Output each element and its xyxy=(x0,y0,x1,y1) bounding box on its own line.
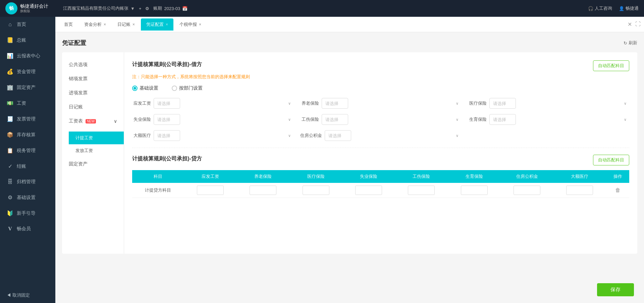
input-credit-shengyu[interactable] xyxy=(461,186,488,195)
radio-dept[interactable]: 按部门设置 xyxy=(172,85,203,91)
inventory-icon: 📦 xyxy=(7,132,13,138)
company-selector[interactable]: 江西服宝精品有限责任公司内账张 ▼ xyxy=(63,5,135,11)
th-subject: 科目 xyxy=(132,170,184,183)
tab-bar: 首页 资金分析 × 日记账 × 凭证配置 × 个税申报 × ✕ ⛶ xyxy=(55,17,644,32)
left-nav-calc-salary[interactable]: 计提工资 xyxy=(69,132,124,144)
sidebar-item-archive[interactable]: 🗄 归档管理 xyxy=(0,174,55,190)
app-sub: 旗舰版 xyxy=(20,9,48,13)
left-nav-journal[interactable]: 日记账 xyxy=(62,100,124,114)
content-area: 首页 资金分析 × 日记账 × 凭证配置 × 个税申报 × ✕ ⛶ xyxy=(55,17,644,303)
sidebar-item-label: 总账 xyxy=(17,37,26,43)
sidebar-item-reports[interactable]: 📊 云报表中心 xyxy=(0,48,55,64)
sidebar-item-fund[interactable]: 💰 资金管理 xyxy=(0,64,55,80)
fund-icon: 💰 xyxy=(7,68,13,75)
tab-voucher[interactable]: 凭证配置 × xyxy=(141,18,173,31)
left-nav-salary-table[interactable]: 工资表 NEW ∨ xyxy=(62,114,124,128)
input-credit-gjj[interactable] xyxy=(514,186,540,195)
field-shiye: 失业保险 请选择 xyxy=(132,114,293,125)
save-button[interactable]: 保存 xyxy=(597,283,634,296)
select-gjj[interactable]: 请选择 xyxy=(325,130,351,141)
sidebar-item-tax[interactable]: 📋 税务管理 xyxy=(0,143,55,158)
section2-title: 计提核算规则(公司承担)-贷方 xyxy=(132,155,202,162)
input-credit-yingfa[interactable] xyxy=(197,186,224,195)
select-shengyu[interactable]: 请选择 xyxy=(489,114,516,125)
field-yingfa-label: 应发工资 xyxy=(132,100,151,106)
sidebar-item-label: 资金管理 xyxy=(17,69,36,75)
sidebar-item-label: 工资 xyxy=(17,100,26,106)
select-yanglao[interactable]: 请选择 xyxy=(322,98,348,109)
refresh-label: 刷新 xyxy=(629,40,637,46)
tab-fund-label: 资金分析 xyxy=(84,21,102,28)
th-shengyu: 生育保险 xyxy=(448,170,500,183)
select-gongshang[interactable]: 请选择 xyxy=(322,114,348,125)
collapse-sidebar-button[interactable]: ◀ 取消固定 xyxy=(0,288,55,303)
add-button[interactable]: + xyxy=(139,6,142,11)
input-credit-yiliao[interactable] xyxy=(303,186,329,195)
th-daeyiliao: 大额医疗 xyxy=(553,170,606,183)
td-daeyiliao xyxy=(553,183,606,198)
add-icon: + xyxy=(139,6,142,11)
radio-basic[interactable]: 基础设置 xyxy=(132,85,158,91)
sidebar-item-home[interactable]: ⌂ 首页 xyxy=(0,17,55,32)
sidebar-item-checkout[interactable]: ✓ 结账 xyxy=(0,158,55,174)
sidebar-item-salary[interactable]: 💵 工资 xyxy=(0,95,55,111)
settings-button[interactable]: ⚙ xyxy=(145,6,149,11)
tab-home[interactable]: 首页 xyxy=(59,18,78,31)
archive-icon: 🗄 xyxy=(7,179,13,185)
sidebar-item-ledger[interactable]: 📒 总账 xyxy=(0,32,55,48)
delete-row-button[interactable]: 🗑 xyxy=(615,187,621,193)
tab-journal-close[interactable]: × xyxy=(132,22,135,27)
user-button[interactable]: 👤 畅捷通 xyxy=(619,5,639,11)
tax-icon: 📋 xyxy=(7,147,13,154)
section2: 计提核算规则(公司承担)-贷方 自动匹配科目 科目 应发工资 养老保险 医疗保险 xyxy=(132,155,629,198)
sidebar-item-settings[interactable]: ⚙ 基础设置 xyxy=(0,190,55,205)
support-button[interactable]: 🎧 人工咨询 xyxy=(588,5,612,11)
page-content: 凭证配置 ↻ 刷新 公共选项 销项发票 进项发票 xyxy=(55,32,644,303)
select-yingfa[interactable]: 请选择 xyxy=(154,98,180,109)
left-nav-purchase[interactable]: 进项发票 xyxy=(62,86,124,100)
auto-match-button-2[interactable]: 自动匹配科目 xyxy=(593,155,629,165)
top-bar: 畅 畅捷通好会计 旗舰版 江西服宝精品有限责任公司内账张 ▼ + ⚙ 账期 20… xyxy=(0,0,644,17)
tab-fund-close[interactable]: × xyxy=(104,22,106,27)
tab-tax[interactable]: 个税申报 × xyxy=(174,18,207,31)
input-credit-shiye[interactable] xyxy=(355,186,382,195)
tab-voucher-close[interactable]: × xyxy=(166,22,168,27)
field-shengyu-label: 生育保险 xyxy=(468,116,487,122)
left-nav-fixed-assets[interactable]: 固定资产 xyxy=(62,157,124,171)
field-yingfa: 应发工资 请选择 xyxy=(132,98,293,109)
select-shiye[interactable]: 请选择 xyxy=(154,114,180,125)
invoice-icon: 🧾 xyxy=(7,116,13,122)
left-nav-pay-salary[interactable]: 发放工资 xyxy=(69,144,124,157)
sidebar-item-assets[interactable]: 🏢 固定资产 xyxy=(0,80,55,95)
period-value: 2023-03 xyxy=(164,6,180,11)
left-nav-sales[interactable]: 销项发票 xyxy=(62,72,124,86)
input-credit-daeyiliao[interactable] xyxy=(566,186,593,195)
member-icon: V xyxy=(7,226,13,232)
left-nav-public[interactable]: 公共选项 xyxy=(62,58,124,72)
checkout-icon: ✓ xyxy=(7,163,13,169)
auto-match-button-1[interactable]: 自动匹配科目 xyxy=(593,60,629,71)
support-label: 人工咨询 xyxy=(595,5,612,11)
tab-voucher-label: 凭证配置 xyxy=(146,21,164,28)
input-credit-yanglao[interactable] xyxy=(250,186,276,195)
sidebar: ⌂ 首页 📒 总账 📊 云报表中心 💰 资金管理 🏢 固定资产 💵 工资 🧾 发… xyxy=(0,17,55,303)
expand-tab-icon[interactable]: ⛶ xyxy=(635,21,641,28)
sidebar-item-guide[interactable]: 🔰 新手引导 xyxy=(0,205,55,221)
calendar-icon[interactable]: 📅 xyxy=(182,6,187,11)
select-daeyiliao[interactable]: 请选择 xyxy=(154,130,180,141)
td-yingfa xyxy=(184,183,236,198)
tab-tax-close[interactable]: × xyxy=(199,22,201,27)
sidebar-item-member[interactable]: V 畅会员 xyxy=(0,221,55,237)
salary-icon: 💵 xyxy=(7,100,13,106)
tab-fund[interactable]: 资金分析 × xyxy=(79,18,111,31)
tab-journal[interactable]: 日记账 × xyxy=(112,18,140,31)
ledger-icon: 📒 xyxy=(7,37,13,43)
refresh-button[interactable]: ↻ 刷新 xyxy=(624,40,637,46)
tab-tax-label: 个税申报 xyxy=(179,21,197,28)
sidebar-item-invoice[interactable]: 🧾 发票管理 xyxy=(0,111,55,127)
sidebar-item-label: 云报表中心 xyxy=(17,53,40,59)
sidebar-item-inventory[interactable]: 📦 库存核算 xyxy=(0,127,55,143)
close-tab-icon[interactable]: ✕ xyxy=(628,21,632,28)
input-credit-gongshang[interactable] xyxy=(408,186,435,195)
select-yiliao[interactable]: 请选择 xyxy=(489,98,516,109)
